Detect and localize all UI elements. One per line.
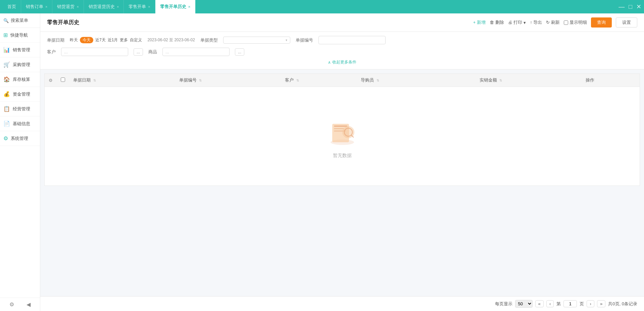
col-actions: 操作 [582, 74, 640, 87]
sidebar-item-purchase-mgmt-label: 采购管理 [13, 62, 30, 68]
export-button[interactable]: ↑ 导出 [530, 19, 542, 25]
pagination: 每页显示 50 10 20 100 « ‹ 第 页 › » 共0页, 0条记录 [40, 296, 644, 311]
filter-area: 单据日期 昨天 今天 近7天 近1月 更多 自定义 2023-06-02 至 2… [40, 32, 644, 69]
sidebar-item-quick-nav-label: 快捷导航 [10, 32, 28, 38]
window-controls: — □ ✕ [618, 3, 641, 10]
empty-state: 暂无数据 [45, 87, 640, 186]
tab-sales-return-history-close[interactable]: × [117, 5, 119, 9]
customer-label: 客户 [47, 49, 56, 55]
sidebar-search-label: 搜索菜单 [11, 17, 28, 23]
sidebar-item-sales-mgmt[interactable]: 📊 销售管理 [0, 43, 40, 57]
date-range: 2023-06-02 至 2023-06-02 [147, 37, 195, 43]
col-date: 单据日期 ⇅ [69, 74, 175, 87]
sidebar-item-purchase-mgmt[interactable]: 🛒 采购管理 [0, 57, 40, 72]
per-page-label: 每页显示 [495, 301, 512, 307]
settings-button[interactable]: 设置 [616, 17, 637, 28]
print-dropdown-icon[interactable]: ▾ [524, 20, 526, 25]
delete-button[interactable]: 🗑 删除 [490, 19, 504, 25]
tab-sales-return[interactable]: 销货退货 × [52, 0, 84, 13]
page-input[interactable] [563, 300, 577, 307]
tab-sales-return-history[interactable]: 销货退货历史 × [84, 0, 124, 13]
collapse-row[interactable]: ∧ 收起更多条件 [47, 59, 637, 65]
operations-icon: 📋 [3, 106, 10, 112]
customer-input[interactable] [61, 48, 128, 56]
add-button[interactable]: + 新增 [473, 19, 486, 25]
prev-page-button[interactable]: ‹ [546, 300, 554, 307]
date-shortcut-today[interactable]: 今天 [80, 37, 93, 43]
tab-retail-open[interactable]: 零售开单 × [124, 0, 155, 13]
tab-home[interactable]: 首页 [3, 0, 21, 13]
select-all-checkbox[interactable] [61, 77, 65, 82]
last-page-button[interactable]: » [597, 300, 605, 307]
customer-dots-button[interactable]: ... [134, 48, 143, 56]
print-label: 🖨 打印 [508, 19, 523, 25]
collapse-label: 收起更多条件 [332, 59, 356, 65]
sidebar-item-basic-info[interactable]: 📄 基础信息 [0, 116, 40, 131]
col-no-sort-icon[interactable]: ⇅ [199, 79, 202, 82]
sidebar-item-inventory[interactable]: 🏠 库存核算 [0, 72, 40, 87]
print-button[interactable]: 🖨 打印 ▾ [508, 19, 526, 25]
tab-retail-open-history-close[interactable]: × [188, 5, 190, 9]
finance-icon: 💰 [3, 91, 10, 97]
collapse-sidebar-icon[interactable]: ◀ [27, 301, 31, 308]
tab-sales-order-close[interactable]: × [45, 5, 47, 9]
minimize-button[interactable]: — [618, 3, 625, 10]
next-page-button[interactable]: › [587, 300, 594, 307]
sidebar-item-inventory-label: 库存核算 [13, 76, 30, 83]
page-suffix: 页 [580, 301, 584, 307]
order-no-input[interactable] [318, 36, 386, 44]
tab-sales-order[interactable]: 销售订单 × [21, 0, 52, 13]
search-icon: 🔍 [3, 18, 9, 23]
svg-rect-3 [334, 128, 344, 129]
close-window-button[interactable]: ✕ [636, 3, 641, 10]
col-checkbox [57, 74, 69, 87]
col-salesperson-label: 导购员 [361, 77, 374, 83]
display-detail-checkbox[interactable] [564, 20, 568, 25]
col-amount-sort-icon[interactable]: ⇅ [499, 79, 502, 82]
col-customer-sort-icon[interactable]: ⇅ [296, 79, 299, 82]
purchase-mgmt-icon: 🛒 [3, 61, 10, 68]
sidebar-item-system-mgmt-label: 系统管理 [11, 136, 28, 142]
sidebar-item-finance[interactable]: 💰 资金管理 [0, 87, 40, 102]
filter-row-2: 客户 ... 商品 ... [47, 48, 637, 56]
date-shortcut-more[interactable]: 更多 [120, 37, 128, 43]
sidebar-search[interactable]: 🔍 搜索菜单 [0, 13, 40, 28]
tab-retail-open-close[interactable]: × [148, 5, 150, 9]
refresh-button[interactable]: ↻ 刷新 [546, 19, 560, 25]
col-salesperson-sort-icon[interactable]: ⇅ [377, 79, 379, 82]
tab-retail-open-history[interactable]: 零售开单历史 × [155, 0, 195, 13]
product-dots-button[interactable]: ... [235, 48, 244, 56]
tab-sales-return-label: 销货退货 [57, 4, 75, 10]
date-shortcut-7days[interactable]: 近7天 [95, 37, 106, 43]
table-area: ⚙ 单据日期 ⇅ 单据编号 ⇅ [40, 69, 644, 296]
content-area: 零售开单历史 + 新增 🗑 删除 🖨 打印 ▾ ↑ 导出 ↻ 刷新 [40, 13, 644, 311]
display-detail-check[interactable]: 显示明细 [564, 19, 587, 25]
date-shortcut-yesterday[interactable]: 昨天 [70, 37, 78, 43]
tab-sales-return-close[interactable]: × [77, 5, 79, 9]
tab-retail-open-history-label: 零售开单历史 [160, 4, 186, 10]
order-no-label: 单据编号 [296, 37, 313, 43]
date-shortcut-custom[interactable]: 自定义 [130, 37, 142, 43]
sidebar-item-system-mgmt[interactable]: ⚙ 系统管理 [0, 131, 40, 146]
sidebar-item-quick-nav[interactable]: ⊞ 快捷导航 [0, 28, 40, 43]
query-button[interactable]: 查询 [591, 17, 612, 28]
sales-mgmt-icon: 📊 [3, 47, 10, 53]
refresh-label: ↻ 刷新 [546, 19, 560, 25]
product-input[interactable] [162, 48, 230, 56]
settings-icon[interactable]: ⚙ [9, 301, 14, 308]
tab-sales-return-history-label: 销货退货历史 [89, 4, 115, 10]
date-shortcut-1month[interactable]: 近1月 [108, 37, 118, 43]
date-label: 单据日期 [47, 37, 64, 43]
data-table: ⚙ 单据日期 ⇅ 单据编号 ⇅ [44, 73, 640, 186]
sidebar-item-operations[interactable]: 📋 经营管理 [0, 102, 40, 116]
col-settings: ⚙ [45, 74, 57, 87]
table-settings-icon[interactable]: ⚙ [49, 78, 53, 83]
col-salesperson: 导购员 ⇅ [357, 74, 448, 87]
order-type-select[interactable]: ▾ [223, 37, 290, 44]
col-date-sort-icon[interactable]: ⇅ [93, 79, 96, 82]
main-layout: 🔍 搜索菜单 ⊞ 快捷导航 📊 销售管理 🛒 采购管理 🏠 库存核算 💰 资金管… [0, 13, 644, 311]
first-page-button[interactable]: « [535, 300, 544, 307]
per-page-select[interactable]: 50 10 20 100 [515, 300, 533, 308]
empty-state-text: 暂无数据 [333, 153, 352, 159]
maximize-button[interactable]: □ [629, 3, 632, 10]
